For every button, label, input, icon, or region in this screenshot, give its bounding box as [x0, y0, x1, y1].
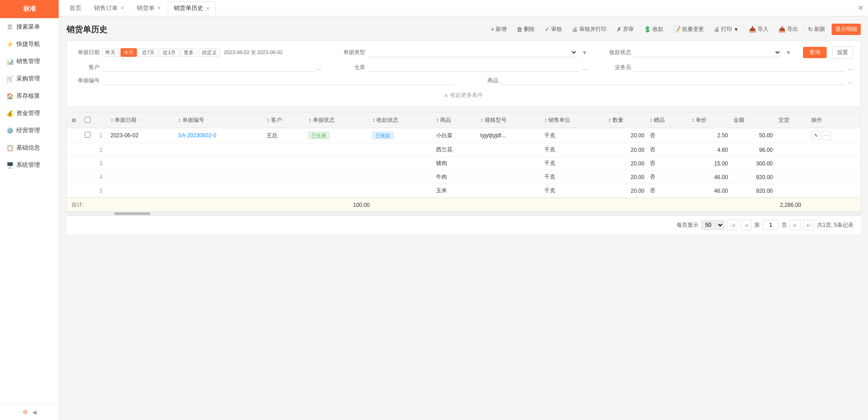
- row-doc-number[interactable]: SA-20230602-0: [176, 128, 264, 143]
- col-goods[interactable]: ↕ 商品: [433, 113, 477, 128]
- window-close-icon[interactable]: ✕: [858, 4, 863, 12]
- row-doc-date: [108, 143, 176, 157]
- staff-picker-icon[interactable]: ...: [848, 64, 853, 71]
- next-page-button[interactable]: ▶: [790, 220, 801, 230]
- row-doc-number[interactable]: [176, 157, 264, 170]
- inventory-icon: 🏠: [6, 92, 14, 100]
- col-spec-type[interactable]: ↕ 规格型号: [477, 113, 541, 128]
- row-doc-number[interactable]: [176, 170, 264, 184]
- row-delivery: [776, 157, 809, 170]
- per-page-select[interactable]: 50 100 200: [701, 220, 724, 230]
- display-detail-button[interactable]: 显示明细: [832, 24, 861, 35]
- doc-type-select[interactable]: [368, 48, 577, 57]
- row-doc-number[interactable]: [176, 184, 264, 198]
- tab-close-sales-history[interactable]: ✕: [206, 6, 210, 11]
- row-checkbox[interactable]: [80, 157, 94, 170]
- doc-number-input[interactable]: [102, 76, 455, 85]
- audit-print-icon: 🖨: [572, 26, 578, 33]
- sidebar-item-finance-mgmt[interactable]: 💰 资金管理: [0, 105, 59, 122]
- tab-home[interactable]: 首页: [64, 1, 87, 15]
- col-settings[interactable]: ⚙: [67, 113, 80, 128]
- col-quantity[interactable]: ↕ 数量: [605, 113, 647, 128]
- date-btn-today[interactable]: 今天: [120, 48, 137, 57]
- audit-print-button[interactable]: 🖨 审核并打印: [568, 24, 610, 35]
- quick-nav-icon: ⚡: [6, 40, 14, 48]
- goods-input[interactable]: [501, 76, 845, 85]
- doc-number-link[interactable]: SA-20230602-0: [178, 132, 216, 139]
- col-payment-status[interactable]: ↕ 收款状态: [370, 113, 433, 128]
- sidebar-item-operations-mgmt[interactable]: ⚙️ 经营管理: [0, 122, 59, 139]
- audit-button[interactable]: ✓ 审核: [541, 24, 566, 35]
- sidebar-item-inventory[interactable]: 🏠 库存核算: [0, 87, 59, 105]
- col-doc-date[interactable]: ↕ 单据日期: [108, 113, 176, 128]
- date-btn-more[interactable]: 更多: [181, 48, 197, 57]
- warehouse-input[interactable]: [368, 63, 579, 72]
- export-button[interactable]: 📤 导出: [775, 24, 802, 35]
- tab-sales-delivery[interactable]: 销货单 ✕: [131, 1, 167, 15]
- col-checkbox[interactable]: [80, 113, 94, 128]
- tab-close-sales-delivery[interactable]: ✕: [157, 5, 161, 10]
- import-button[interactable]: 📥 导入: [745, 24, 772, 35]
- row-operation: ✎ ⋯: [808, 128, 860, 143]
- row-checkbox[interactable]: [80, 184, 94, 198]
- col-customer[interactable]: ↕ 客户: [264, 113, 306, 128]
- abandon-button[interactable]: ✗ 弃审: [613, 24, 637, 35]
- customer-input[interactable]: [102, 63, 314, 72]
- date-btn-7days[interactable]: 近7天: [139, 48, 158, 57]
- settings-icon[interactable]: ⚙: [23, 409, 28, 415]
- row-sales-unit: 千克: [542, 143, 605, 157]
- delete-button[interactable]: 🗑 删除: [513, 24, 538, 35]
- settings-button[interactable]: 设置: [832, 46, 853, 59]
- refresh-button[interactable]: ↻ 刷新: [804, 24, 829, 35]
- batch-change-button[interactable]: 📝 批量变更: [670, 24, 707, 35]
- last-page-button[interactable]: ▶|: [803, 220, 814, 230]
- collapse-icon[interactable]: ◀: [32, 409, 36, 415]
- tab-close-sales-order[interactable]: ✕: [120, 5, 124, 10]
- tab-sales-history[interactable]: 销货单历史 ✕: [168, 1, 216, 15]
- filter-customer: 客户 ...: [74, 63, 321, 72]
- sidebar-item-system-mgmt[interactable]: 🖥️ 系统管理: [0, 156, 59, 174]
- date-btn-1month[interactable]: 近1月: [160, 48, 179, 57]
- collapse-button[interactable]: ∧ 收起更多条件: [442, 90, 485, 101]
- page-number-input[interactable]: [763, 220, 779, 230]
- col-doc-status[interactable]: ↕ 单据状态: [306, 113, 369, 128]
- collect-button[interactable]: 💲 收款: [640, 24, 667, 35]
- first-page-button[interactable]: |◀: [727, 220, 738, 230]
- query-button[interactable]: 查询: [803, 47, 827, 58]
- scroll-thumb[interactable]: [114, 212, 151, 215]
- row-check[interactable]: [85, 132, 90, 138]
- date-btn-custom[interactable]: 自定义: [199, 48, 220, 57]
- col-doc-number[interactable]: ↕ 单据编号: [176, 113, 264, 128]
- row-checkbox[interactable]: [80, 170, 94, 184]
- staff-label: 业务员: [606, 64, 631, 71]
- sidebar-item-search-menu[interactable]: ☰ 搜索菜单: [0, 18, 59, 35]
- payment-status-select[interactable]: [634, 48, 781, 57]
- edit-icon[interactable]: ✎: [811, 131, 820, 140]
- row-doc-number[interactable]: [176, 143, 264, 157]
- sidebar-item-purchase-mgmt[interactable]: 🛒 采购管理: [0, 70, 59, 87]
- customer-picker-icon[interactable]: ...: [316, 64, 322, 71]
- row-amount: 96.00: [731, 143, 776, 157]
- abandon-icon: ✗: [617, 26, 622, 33]
- select-all-checkbox[interactable]: [85, 117, 90, 123]
- row-quantity: 20.00: [605, 143, 647, 157]
- goods-picker-icon[interactable]: ...: [848, 77, 853, 85]
- print-button[interactable]: 🖨 打印 ▼: [710, 24, 743, 35]
- page-unit: 页: [782, 221, 787, 229]
- prev-page-button[interactable]: ◀: [741, 220, 752, 230]
- more-actions-icon[interactable]: ⋯: [822, 131, 831, 140]
- sidebar-item-basic-info[interactable]: 📋 基础信息: [0, 139, 59, 156]
- col-gift[interactable]: ↕ 赠品: [647, 113, 689, 128]
- scroll-bar[interactable]: [67, 211, 860, 215]
- tab-sales-order[interactable]: 销售订单 ✕: [88, 1, 130, 15]
- warehouse-picker-icon[interactable]: ...: [582, 64, 587, 71]
- row-checkbox[interactable]: [80, 128, 94, 143]
- new-button[interactable]: + 新增: [487, 24, 511, 35]
- col-unit-price[interactable]: ↕ 单价: [689, 113, 731, 128]
- row-checkbox[interactable]: [80, 143, 94, 157]
- staff-input[interactable]: [634, 63, 845, 72]
- col-sales-unit[interactable]: ↕ 销售单位: [542, 113, 605, 128]
- sidebar-item-quick-nav[interactable]: ⚡ 快捷导航: [0, 35, 59, 53]
- date-btn-yesterday[interactable]: 昨天: [102, 48, 119, 57]
- sidebar-item-sales-mgmt[interactable]: 📊 销售管理: [0, 53, 59, 70]
